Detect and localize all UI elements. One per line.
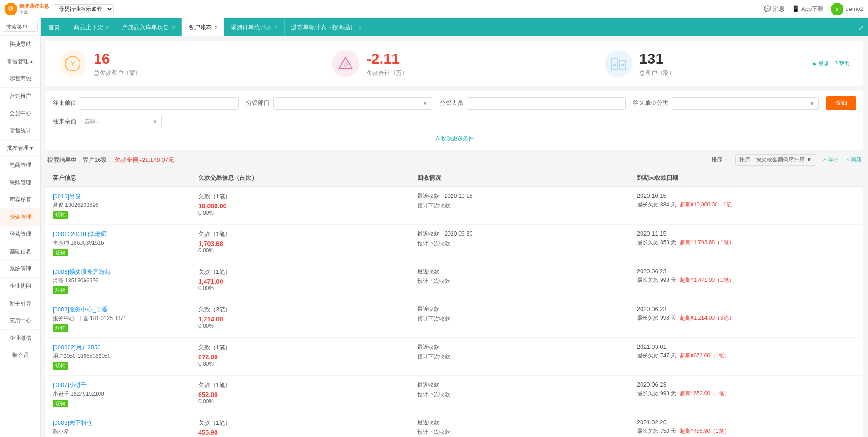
filter-item-dept: 分管部门 ▼ [246,97,432,110]
sidebar-item-retail-mgmt[interactable]: 零售管理 ▲ [0,53,40,70]
sidebar-item-quicknav[interactable]: 快捷导航 [0,36,40,53]
sidebar-item-finance[interactable]: 资金管理 [0,209,40,226]
customer-name-link[interactable]: [0016]吕俊 [53,192,198,201]
debt-amount[interactable]: 1,703.68 [198,240,417,247]
overdue-detail: 最长欠款 853 天 超期¥1,703.68（1笔） [637,239,856,246]
chevron-down-icon3: ▼ [422,100,428,107]
video-action[interactable]: ▶ 视频 [813,60,829,68]
sidebar-item-ecommerce[interactable]: 电商管理 [0,157,40,174]
overdue-amount-link[interactable]: 超期¥1,703.68（1笔） [680,239,734,246]
table-row: [0016]吕俊 吕俊 13026203696 现销 欠款（1笔） 10,000… [45,187,863,225]
overdue-amount-link[interactable]: 超期¥455.90（1笔） [680,428,730,434]
customer-phone: 用户2050 18665062050 [53,352,198,360]
debt-percent: 0.00% [198,361,417,367]
user-action[interactable]: d demo2 [831,3,863,15]
stat-icon-total-customers [605,50,632,77]
filter-input-category[interactable]: ▼ [672,97,819,110]
debt-amount[interactable]: 1,214.00 [198,316,417,323]
sidebar-item-wechat[interactable]: 企业微信 [0,330,40,347]
minimize-icon[interactable]: — [849,24,855,31]
sidebar-item-guide[interactable]: 新手引导 [0,295,40,312]
tab-close-icon4[interactable]: × [275,25,277,30]
debt-info-cell: 欠款（3笔） 1,214.00 0.00% [198,306,417,329]
tab-close-icon2[interactable]: × [172,25,175,30]
sidebar-item-retail-stats[interactable]: 零售统计 [0,122,40,140]
tab-inventory-history[interactable]: 产成品入库单历史 × [115,18,181,36]
debt-info-cell: 欠款（1笔） 1,471.00 0.00% [198,268,417,291]
sidebar-item-members[interactable]: 会员中心 [0,105,40,122]
filter-input-balance[interactable]: 选择... ▼ [80,115,162,128]
app-download-label: App下载 [801,5,823,13]
customer-tag: 现销 [53,400,68,407]
result-summary: 搜索结果中，客户16家， 欠款金额 -21,148.07元 [47,156,174,164]
overdue-amount-link[interactable]: 超期¥652.00（1笔） [680,390,730,397]
company-selector[interactable]: 母婴行业演示账套 [53,4,114,14]
collapse-row[interactable]: ⋀ 收起更多条件 [53,133,856,144]
filter-section: 往来单位 ... 分管部门 ▼ [45,91,863,150]
sidebar-item-basic-info[interactable]: 基础信息 [0,243,40,261]
filter-input-person[interactable]: ... [467,97,626,110]
sidebar-item-wholesale[interactable]: 批发管理 ▼ [0,140,40,157]
sidebar-item-purchase[interactable]: 采购管理 [0,174,40,191]
sidebar-item-system[interactable]: 系统管理 [0,261,40,278]
overdue-amount-link[interactable]: 超期¥10,000.00（1笔） [680,201,738,208]
next-collect-label: 预计下次收款 [417,240,637,247]
tab-customer-account[interactable]: 客户账本 × [182,18,224,36]
debt-amount[interactable]: 10,000.00 [198,202,417,210]
maximize-icon[interactable]: ⤢ [858,24,863,31]
search-input[interactable] [3,22,38,32]
sidebar-item-apps[interactable]: 应用中心 [0,312,40,330]
customer-name-link[interactable]: [0002]服务中心_丁磊 [53,306,198,314]
recovery-cell: 最近收款 预计下次收款 [417,419,637,436]
debt-amount[interactable]: 1,471.00 [198,278,417,285]
overdue-amount-link[interactable]: 超期¥1,471.00（1笔） [680,277,734,283]
result-actions: 排序： 排序：按欠款金额倒序排序 ▼ ○ 导出 ○ 刷新 [712,154,862,166]
sort-select[interactable]: 排序：按欠款金额倒序排序 ▼ [735,154,816,166]
customer-name-link[interactable]: [0007]小进千 [53,381,198,389]
filter-label-balance: 往来余额 [53,117,76,126]
tab-purchase-order-stats[interactable]: 采购订单统计表 × [224,18,284,36]
app-download-action[interactable]: 📱 App下载 [792,5,823,13]
overdue-amount-link[interactable]: 超期¥672.00（1笔） [680,352,730,359]
tab-home[interactable]: 首页 [41,23,67,31]
svg-rect-7 [621,64,624,66]
query-button[interactable]: 查询 [826,96,856,110]
message-action[interactable]: 💬 消息 [764,5,785,13]
help-action[interactable]: ? 帮助 [834,60,850,68]
customer-name-link[interactable]: [0001020001]李老师 [53,230,198,238]
customer-name-link[interactable]: [0003]畅捷服务尹海燕 [53,268,198,276]
due-date-cell: 2021.03.01 最长欠款 747 天 超期¥672.00（1笔） [637,343,856,360]
export-button[interactable]: ○ 导出 [823,156,839,164]
svg-text:¥: ¥ [70,60,75,68]
top-bar-left: 畅 畅捷通好生意 示范 母婴行业演示账套 [5,3,764,15]
customer-name-link[interactable]: [000002]用户2050 [53,343,198,352]
due-date: 2020.06.23 [637,381,856,388]
stat-card-debt-customers: ¥ 16 总欠款客户（家） [45,41,318,86]
debt-amount[interactable]: 652.00 [198,391,417,398]
tab-product-listing[interactable]: 商品上下架 × [67,18,115,36]
refresh-button[interactable]: ○ 刷新 [846,156,862,164]
tab-inbound-stats[interactable]: 进货单统计表（按商品） × [285,18,368,36]
tab-close-icon3[interactable]: × [215,25,217,30]
debt-amount[interactable]: 672.00 [198,353,417,361]
sidebar-item-operations[interactable]: 经营管理 [0,226,40,243]
sidebar-item-enterprise[interactable]: 企业协同 [0,278,40,295]
logo-icon: 畅 [5,3,17,15]
last-collect-label: 最近收款 2020-10-15 [417,192,637,200]
filter-input-unit[interactable]: ... [80,97,239,110]
sidebar-item-vip[interactable]: 畅会员 [0,347,40,364]
customer-name-link[interactable]: [0006]去下粮仓 [53,419,198,427]
recovery-cell: 最近收款 预计下次收款 [417,381,637,398]
sidebar-item-retail-mall[interactable]: 零售商城 [0,70,40,88]
brand-name: 畅捷通好生意 [19,3,49,9]
debt-amount[interactable]: 455.90 [198,429,417,436]
sidebar-item-marketing[interactable]: 营销推广 [0,88,40,105]
overdue-amount-link[interactable]: 超期¥1,214.00（3笔） [680,315,734,321]
filter-input-dept[interactable]: ▼ [273,97,432,110]
tab-close-icon5[interactable]: × [359,25,361,30]
customer-tag: 现销 [53,211,68,219]
tab-close-icon[interactable]: × [106,25,109,30]
message-label: 消息 [773,5,785,13]
sidebar-item-inventory[interactable]: 库存核算 [0,191,40,209]
recovery-cell: 最近收款 2020-06-30 预计下次收款 [417,230,637,247]
